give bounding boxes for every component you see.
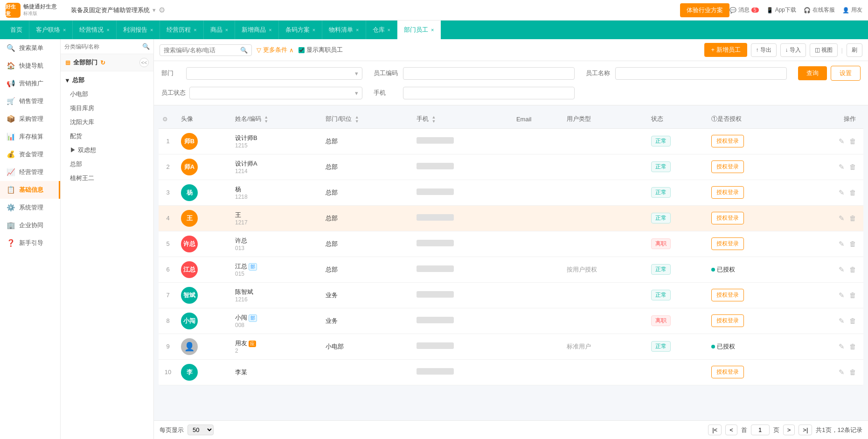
sidebar-item-inventory[interactable]: 📊库存核算 [0,128,60,146]
auth-login-button[interactable]: 授权登录 [711,135,744,147]
delete-icon[interactable]: 🗑 [848,291,858,299]
sidebar-item-enterprise[interactable]: 🏢企业协同 [0,216,60,234]
phone-sort-icon[interactable]: ▲▼ [431,115,436,124]
last-page-button[interactable]: >| [799,425,812,435]
dept-sort-icon[interactable]: ▲▼ [355,115,359,124]
dept-child-2[interactable]: 沈阳大库 [61,115,153,129]
refresh-icon[interactable]: ↻ [100,59,105,66]
edit-icon[interactable]: ✎ [837,214,846,222]
delete-icon[interactable]: 🗑 [848,214,858,222]
close-tab-icon[interactable]: × [269,27,271,33]
dept-node-parent-0[interactable]: ▼ 总部 [61,73,153,87]
delete-icon[interactable]: 🗑 [848,368,858,376]
nav-tab-物料清单[interactable]: 物料清单 × [322,21,366,39]
edit-icon[interactable]: ✎ [837,163,846,171]
close-tab-icon[interactable]: × [431,27,434,33]
close-tab-icon[interactable]: × [194,27,196,33]
add-employee-button[interactable]: + 新增员工 [704,43,747,57]
nav-tab-部门员工[interactable]: 部门员工 × [397,21,441,39]
per-page-select[interactable]: 50 100 200 [187,425,214,435]
dept-child-3[interactable]: 配货 [61,129,153,143]
sidebar-item-operations[interactable]: 📈经营管理 [0,163,60,181]
dept-search-input[interactable] [64,43,142,50]
sidebar-item-guide[interactable]: ❓新手引导 [0,234,60,252]
nav-tab-条码方案[interactable]: 条码方案 × [279,21,322,39]
set-button[interactable]: 设置 [831,66,861,81]
nav-tab-经营情况[interactable]: 经营情况 × [73,21,116,39]
print-button[interactable]: 刷 [847,43,862,57]
nav-tab-仓库[interactable]: 仓库 × [366,21,397,39]
sidebar-item-sales[interactable]: 🛒销售管理 [0,92,60,110]
sidebar-item-search-menu[interactable]: 🔍搜索菜单 [0,39,60,57]
emp-code-input[interactable] [403,67,575,80]
app-download-button[interactable]: 📱 App下载 [766,6,796,14]
nav-tab-商品[interactable]: 商品 × [204,21,235,39]
delete-icon[interactable]: 🗑 [848,240,858,248]
delete-icon[interactable]: 🗑 [848,137,858,145]
auth-login-button[interactable]: 授权登录 [711,212,744,224]
collapse-button[interactable]: << [139,58,149,67]
close-tab-icon[interactable]: × [63,27,66,33]
close-tab-icon[interactable]: × [150,27,153,33]
close-tab-icon[interactable]: × [388,27,390,33]
edit-icon[interactable]: ✎ [837,137,846,145]
auth-login-button[interactable]: 授权登录 [711,366,744,378]
dept-child-1[interactable]: 项目库房 [61,101,153,115]
sidebar-item-finance[interactable]: 💰资金管理 [0,146,60,163]
emp-name-input[interactable] [615,67,787,80]
delete-icon[interactable]: 🗑 [848,317,858,325]
auth-login-button[interactable]: 授权登录 [711,289,744,301]
edit-icon[interactable]: ✎ [837,317,846,325]
auth-login-button[interactable]: 授权登录 [711,186,744,199]
delete-icon[interactable]: 🗑 [848,265,858,273]
dept-child-6[interactable]: 植树王二 [61,171,153,185]
edit-icon[interactable]: ✎ [837,265,846,273]
sidebar-item-basic-info[interactable]: 📋基础信息 [0,181,60,199]
trial-button[interactable]: 体验行业方案 [680,3,729,17]
more-filter-button[interactable]: ▽ 更多条件 ∧ [257,46,294,54]
close-tab-icon[interactable]: × [106,27,109,33]
dept-child-5[interactable]: 总部 [61,157,153,171]
close-tab-icon[interactable]: × [356,27,359,33]
delete-icon[interactable]: 🗑 [848,188,858,196]
phone-input[interactable] [403,87,575,99]
status-select[interactable]: ▾ [189,87,362,99]
user-button[interactable]: 👤 用友 [842,6,862,14]
close-tab-icon[interactable]: × [312,27,315,33]
first-page-button[interactable]: |< [708,425,722,435]
nav-tab-利润报告[interactable]: 利润报告 × [117,21,160,39]
prev-page-button[interactable]: < [725,425,737,435]
export-button[interactable]: ↑ 导出 [751,43,777,57]
edit-icon[interactable]: ✎ [837,368,846,376]
system-dropdown-icon[interactable]: ▾ [153,7,156,14]
import-button[interactable]: ↓ 导入 [780,43,806,57]
dept-child-4[interactable]: ▶ 双虑想 [61,143,153,157]
settings-icon[interactable]: ⚙ [159,6,165,14]
sidebar-item-purchase[interactable]: 📦采购管理 [0,110,60,128]
col-settings-icon[interactable]: ⚙ [162,116,168,123]
delete-icon[interactable]: 🗑 [848,342,858,350]
search-adv-button[interactable]: 查询 [798,66,827,80]
nav-tab-新增商品[interactable]: 新增商品 × [235,21,278,39]
resigned-checkbox-input[interactable] [299,47,305,53]
online-service-button[interactable]: 🎧 在线客服 [804,6,835,14]
edit-icon[interactable]: ✎ [837,188,846,196]
dept-select[interactable]: ▾ [186,67,362,80]
all-dept-label[interactable]: 全部部门 [73,58,97,67]
edit-icon[interactable]: ✎ [837,291,846,299]
auth-login-button[interactable]: 授权登录 [711,314,744,327]
sidebar-item-quick-nav[interactable]: 🏠快捷导航 [0,57,60,75]
nav-tab-首页[interactable]: 首页 [4,21,29,39]
sidebar-item-marketing[interactable]: 📢营销推广 [0,75,60,92]
name-sort-icon[interactable]: ▲▼ [264,115,268,124]
page-input[interactable] [751,425,770,435]
nav-tab-客户联络[interactable]: 客户联络 × [29,21,73,39]
close-tab-icon[interactable]: × [225,27,228,33]
sidebar-item-system[interactable]: ⚙️系统管理 [0,199,60,216]
edit-icon[interactable]: ✎ [837,342,846,350]
auth-login-button[interactable]: 授权登录 [711,160,744,173]
nav-tab-经营历程[interactable]: 经营历程 × [160,21,203,39]
next-page-button[interactable]: > [783,425,795,435]
view-button[interactable]: ◫ 视图 [810,43,838,57]
search-icon[interactable]: 🔍 [240,47,248,54]
